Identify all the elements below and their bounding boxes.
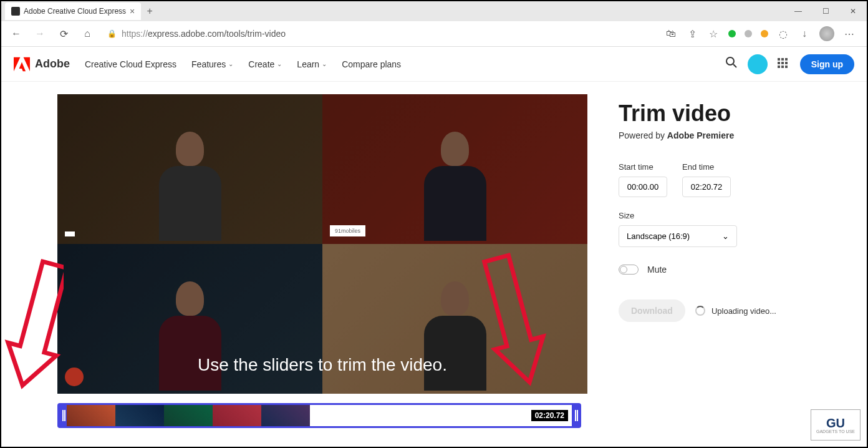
signup-button[interactable]: Sign up	[800, 54, 854, 74]
close-tab-icon[interactable]: ×	[130, 6, 135, 16]
url-field[interactable]: 🔒 https://express.adobe.com/tools/trim-v…	[101, 24, 661, 43]
adobe-brand-text: Adobe	[35, 57, 70, 71]
favicon-icon	[11, 7, 20, 16]
refresh-button[interactable]: ⟳	[54, 24, 74, 44]
end-time-input[interactable]	[682, 177, 731, 197]
tab-title: Adobe Creative Cloud Express	[24, 7, 126, 16]
brand-tag	[65, 231, 75, 236]
nav-create[interactable]: Create⌄	[248, 59, 282, 69]
shopping-icon[interactable]: 🛍	[665, 27, 677, 40]
search-icon[interactable]	[725, 56, 738, 72]
timeline-thumbnails	[67, 405, 310, 426]
page-title: Trim video	[619, 100, 806, 127]
downloads-icon[interactable]: ↓	[798, 27, 811, 40]
svg-line-1	[733, 64, 736, 67]
video-quadrant-1	[57, 94, 322, 244]
url-path: express.adobe.com/tools/trim-video	[148, 29, 286, 39]
nav-compare[interactable]: Compare plans	[342, 59, 401, 69]
trim-handle-start[interactable]	[59, 405, 67, 426]
nav-links: Creative Cloud Express Features⌄ Create⌄…	[85, 59, 401, 69]
extension-orange-icon[interactable]	[761, 30, 768, 37]
favorites-icon[interactable]: ☆	[707, 27, 720, 40]
home-button[interactable]: ⌂	[77, 24, 97, 44]
address-bar: ← → ⟳ ⌂ 🔒 https://express.adobe.com/tool…	[1, 21, 867, 46]
extension-outline-icon[interactable]: ◌	[777, 27, 789, 40]
window-controls: — ☐ ✕	[784, 1, 867, 21]
minimize-button[interactable]: —	[784, 1, 812, 21]
browser-profile-avatar[interactable]	[819, 26, 834, 41]
end-time-label: End time	[682, 162, 731, 172]
start-time-label: Start time	[619, 162, 667, 172]
site-header: Adobe Creative Cloud Express Features⌄ C…	[1, 47, 867, 82]
tab-bar: Adobe Creative Cloud Express × + — ☐ ✕	[1, 1, 867, 21]
watermark-logo: GU GADGETS TO USE	[811, 409, 861, 441]
chevron-down-icon: ⌄	[228, 61, 233, 67]
share-icon[interactable]: ⇪	[686, 27, 698, 40]
mute-toggle[interactable]	[619, 265, 639, 275]
annotation-arrow-right	[469, 250, 562, 396]
lock-icon: 🔒	[107, 29, 117, 38]
close-window-button[interactable]: ✕	[839, 1, 867, 21]
maximize-button[interactable]: ☐	[812, 1, 839, 21]
spinner-icon	[695, 306, 705, 316]
download-button[interactable]: Download	[619, 299, 685, 322]
url-protocol: https://	[122, 29, 148, 39]
video-quadrant-2: 91mobiles	[322, 94, 587, 244]
size-label: Size	[619, 211, 806, 220]
main-content: 91mobiles Use the sliders to trim the vi…	[1, 82, 867, 434]
forward-button[interactable]: →	[30, 24, 50, 44]
adobe-logo[interactable]: Adobe	[14, 57, 70, 72]
trim-timeline[interactable]: 02:20.72	[57, 403, 581, 428]
size-select[interactable]: Landscape (16:9) ⌄	[619, 225, 737, 247]
adobe-mark-icon	[14, 57, 30, 72]
annotation-arrow-left	[0, 256, 64, 396]
nav-cce[interactable]: Creative Cloud Express	[85, 59, 176, 69]
site-profile-avatar[interactable]	[748, 54, 768, 74]
size-value: Landscape (16:9)	[627, 231, 690, 241]
nav-features[interactable]: Features⌄	[191, 59, 233, 69]
new-tab-button[interactable]: +	[141, 2, 158, 20]
back-button[interactable]: ←	[6, 24, 26, 44]
timeline-thumb	[261, 405, 310, 426]
browser-tab[interactable]: Adobe Creative Cloud Express ×	[5, 2, 141, 20]
browser-chrome: Adobe Creative Cloud Express × + — ☐ ✕ ←…	[1, 1, 867, 47]
trim-handle-end[interactable]	[572, 405, 579, 426]
timeline-thumb	[115, 405, 164, 426]
nav-learn[interactable]: Learn⌄	[297, 59, 327, 69]
timeline-thumb	[213, 405, 261, 426]
upload-status: Uploading video...	[695, 306, 776, 316]
svg-point-0	[726, 57, 734, 65]
apps-grid-icon[interactable]	[778, 58, 790, 71]
extension-green-icon[interactable]	[728, 30, 736, 37]
trim-sidebar: Trim video Powered by Adobe Premiere Sta…	[619, 94, 806, 428]
upload-status-text: Uploading video...	[711, 306, 776, 316]
start-time-input[interactable]	[619, 177, 667, 197]
timeline-duration-badge: 02:20.72	[531, 410, 568, 421]
toolbar-icons: 🛍 ⇪ ☆ ◌ ↓ ⋯	[665, 26, 862, 41]
powered-by: Powered by Adobe Premiere	[619, 130, 806, 140]
more-menu-icon[interactable]: ⋯	[843, 27, 856, 40]
brand-tag-91mobiles: 91mobiles	[330, 225, 365, 236]
mute-label: Mute	[647, 265, 667, 275]
extension-grey-icon[interactable]	[745, 30, 752, 37]
timeline-thumb	[164, 405, 213, 426]
chevron-down-icon: ⌄	[322, 61, 327, 67]
chevron-down-icon: ⌄	[277, 61, 282, 67]
timeline-thumb	[67, 405, 115, 426]
header-right: Sign up	[725, 54, 854, 74]
chevron-down-icon: ⌄	[722, 231, 729, 241]
